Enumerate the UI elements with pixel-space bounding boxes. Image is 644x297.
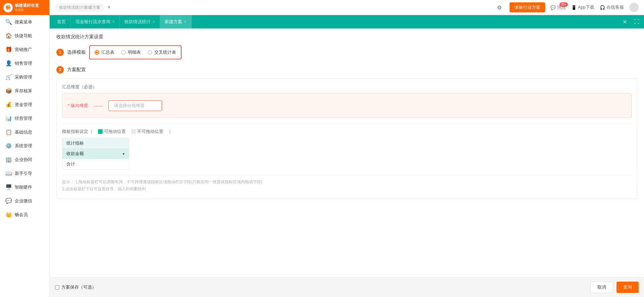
query-button[interactable]: 查询 <box>616 282 639 293</box>
step1-header: 1 选择模板 汇总表 明细表 <box>56 45 637 59</box>
basic-info-icon: 📋 <box>5 129 12 135</box>
dimension-row: 纵向维度 —— 请选择分组维度 <box>68 100 626 111</box>
sidebar-item-guide[interactable]: 📖 新手引导 <box>0 166 49 180</box>
logo-icon: 畅 <box>3 3 13 12</box>
save-plan-checkbox[interactable] <box>55 285 59 290</box>
tab-bar: 首页 现金银行流水查询 × 收款情况统计 × 新建方案 × ✕ ⛶ <box>50 15 644 29</box>
radio-summary-label: 汇总表 <box>101 49 114 55</box>
industry-plan-button[interactable]: 体验行业方案 <box>509 2 545 12</box>
breadcrumb-area: 收款情况统计/新建方案 ▼ <box>55 3 489 12</box>
tab-close-new-plan[interactable]: × <box>184 19 186 24</box>
sidebar-item-sales[interactable]: 👤 销售管理 <box>0 56 49 70</box>
sidebar-item-enterprise[interactable]: 🏢 企业协同 <box>0 153 49 166</box>
sidebar-item-purchase[interactable]: 🛒 采购管理 <box>0 70 49 84</box>
online-service-button[interactable]: 🎧 在线客服 <box>600 4 624 10</box>
sidebar-item-quick-nav[interactable]: 🏠 快捷导航 <box>0 29 49 43</box>
save-plan-label: 方案保存（可选） <box>61 284 96 290</box>
sidebar-item-basic-info[interactable]: 📋 基础信息 <box>0 125 49 139</box>
metrics-section: 模板指标设定（ 可拖动位置 不可拖动位置 ） <box>62 123 632 192</box>
message-icon: 💬 <box>550 5 556 10</box>
sidebar-nav: 🔍 搜索菜单 🏠 快捷导航 🎁 营销推广 👤 销售管理 🛒 采购管理 📦 库存核… <box>0 15 49 297</box>
sidebar-item-operations[interactable]: 📊 经营管理 <box>0 111 49 125</box>
non-draggable-indicator: 不可拖动位置 <box>131 129 163 135</box>
gear-icon: ⚙ <box>497 4 502 11</box>
top-header: 收款情况统计/新建方案 ▼ ⚙ 体验行业方案 💬 消息 99+ 📱 App下载 … <box>50 0 644 15</box>
wechat-icon: 💬 <box>5 198 12 204</box>
metrics-column-header[interactable]: 收款金额 ▾ <box>62 149 129 159</box>
radio-detail-label: 明细表 <box>128 49 141 55</box>
save-checkbox-area: 方案保存（可选） <box>55 284 96 290</box>
tab-close-bank-flow[interactable]: × <box>112 19 115 24</box>
drag-inactive-icon <box>131 129 136 134</box>
header-right: 💬 消息 99+ 📱 App下载 🎧 在线客服 <box>550 3 639 12</box>
tab-expand-button[interactable]: ⛶ <box>632 17 641 27</box>
operations-icon: 📊 <box>5 115 12 121</box>
tab-close-all-button[interactable]: ✕ <box>620 17 629 27</box>
tab-bank-flow[interactable]: 现金银行流水查询 × <box>71 15 120 29</box>
footer: 方案保存（可选） 取消 查询 <box>50 277 644 297</box>
dimension-subsection: 汇总维度（必选） 纵向维度 —— 请选择分组维度 <box>62 84 632 118</box>
radio-cross-label: 交叉统计表 <box>154 49 176 55</box>
metrics-section-title: 模板指标设定（ <box>62 129 93 135</box>
sales-icon: 👤 <box>5 60 12 66</box>
sidebar-item-inventory[interactable]: 📦 库存核算 <box>0 84 49 98</box>
tab-receipt-stats[interactable]: 收款情况统计 × <box>120 15 160 29</box>
tab-bar-actions: ✕ ⛶ <box>620 17 641 27</box>
dimension-area: 纵向维度 —— 请选择分组维度 <box>62 93 632 118</box>
content-inner: 收款情况统计方案设置 1 选择模板 汇总表 <box>50 29 644 277</box>
sidebar-item-finance[interactable]: 💰 资金管理 <box>0 98 49 111</box>
logo-text: 畅捷通好生意 标准版 <box>15 3 39 12</box>
step2-title: 方案配置 <box>67 67 86 73</box>
radio-detail[interactable]: 明细表 <box>121 49 141 55</box>
metrics-table: 统计指标 收款金额 ▾ 合计 <box>62 138 129 169</box>
system-icon: ⚙️ <box>5 143 12 149</box>
notification-button[interactable]: 💬 消息 99+ <box>550 4 566 10</box>
sidebar-item-marketing[interactable]: 🎁 营销推广 <box>0 43 49 56</box>
enterprise-icon: 🏢 <box>5 156 12 163</box>
metrics-table-header: 统计指标 <box>62 138 129 149</box>
notification-badge: 99+ <box>559 2 568 7</box>
step1-badge: 1 <box>56 49 64 56</box>
purchase-icon: 🛒 <box>5 74 12 80</box>
radio-summary[interactable]: 汇总表 <box>95 49 114 55</box>
service-icon: 🎧 <box>600 5 605 10</box>
tab-home[interactable]: 首页 <box>52 15 71 29</box>
chevron-down-icon: ▾ <box>122 151 125 156</box>
content-area: 收款情况统计方案设置 1 选择模板 汇总表 <box>50 29 644 297</box>
breadcrumb: 收款情况统计/新建方案 <box>55 3 104 12</box>
sidebar-logo: 畅 畅捷通好生意 标准版 <box>0 0 49 15</box>
sidebar-item-search-menu[interactable]: 🔍 搜索菜单 <box>0 15 49 29</box>
tab-new-plan[interactable]: 新建方案 × <box>160 15 192 29</box>
avatar[interactable] <box>629 3 639 12</box>
sidebar-item-hardware[interactable]: 🖥️ 智能硬件 <box>0 180 49 194</box>
row-dimension-label: 纵向维度 <box>68 103 88 109</box>
draggable-indicator: 可拖动位置 <box>98 129 126 135</box>
main-content: 收款情况统计/新建方案 ▼ ⚙ 体验行业方案 💬 消息 99+ 📱 App下载 … <box>50 0 644 297</box>
app-download-button[interactable]: 📱 App下载 <box>571 4 594 10</box>
dimension-section-title: 汇总维度（必选） <box>62 84 632 90</box>
step2-badge: 2 <box>56 66 64 73</box>
radio-summary-circle <box>95 50 99 55</box>
footer-buttons: 取消 查询 <box>590 282 639 293</box>
dropdown-arrow-icon[interactable]: ▼ <box>107 5 111 10</box>
hardware-icon: 🖥️ <box>5 184 12 190</box>
step1-title: 选择模板 <box>67 49 86 55</box>
radio-cross[interactable]: 交叉统计表 <box>148 49 176 55</box>
marketing-icon: 🎁 <box>5 46 12 53</box>
dimension-arrow-icon: —— <box>94 103 103 108</box>
quick-nav-icon: 🏠 <box>5 33 12 39</box>
metrics-header-row: 模板指标设定（ 可拖动位置 不可拖动位置 ） <box>62 129 632 135</box>
tips-section: 提示： 1.拖动标题栏可以调整布局，不可跨维度或指标区域拖动栏目字段(只能在同一… <box>62 175 632 192</box>
cancel-button[interactable]: 取消 <box>590 282 613 293</box>
settings-button[interactable]: ⚙ <box>495 3 504 12</box>
tip-2: 2.点击标题栏下拉可设置排序、插入列和删除列 <box>62 186 632 192</box>
draggable-label: 可拖动位置 <box>104 129 126 135</box>
sidebar-item-wechat[interactable]: 💬 企业微信 <box>0 194 49 208</box>
drag-active-icon <box>98 129 103 134</box>
step2-header: 2 方案配置 <box>56 66 637 73</box>
tab-close-receipt-stats[interactable]: × <box>153 19 155 24</box>
dimension-select[interactable]: 请选择分组维度 <box>108 100 162 111</box>
logo-badge: 标准版 <box>15 8 39 12</box>
sidebar-item-system[interactable]: ⚙️ 系统管理 <box>0 139 49 153</box>
sidebar-item-member[interactable]: 👑 畅会员 <box>0 208 49 221</box>
